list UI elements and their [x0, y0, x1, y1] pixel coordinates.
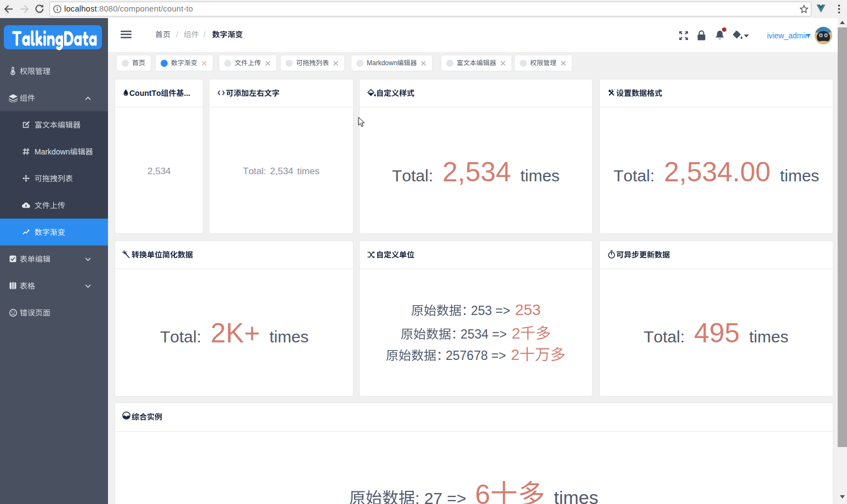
- svg-text:times: times: [554, 487, 598, 504]
- svg-text:Total:: Total:: [644, 328, 685, 346]
- svg-text:2,534: 2,534: [442, 157, 511, 187]
- svg-text:2: 2: [511, 346, 520, 363]
- svg-text:: 27 =>: : 27 =>: [415, 489, 466, 504]
- svg-text:253 =>: 253 =>: [471, 303, 510, 318]
- svg-text:times: times: [269, 328, 309, 346]
- svg-text:253: 253: [515, 301, 541, 318]
- svg-text:/: /: [203, 30, 206, 39]
- svg-text:Total:: Total:: [392, 167, 433, 185]
- svg-text:2K+: 2K+: [211, 318, 260, 348]
- svg-text:2,534.00: 2,534.00: [664, 157, 771, 187]
- svg-text:times: times: [749, 328, 789, 346]
- svg-text:Total:: Total:: [160, 328, 201, 346]
- svg-text:times: times: [520, 167, 560, 185]
- svg-text:CountTo: CountTo: [129, 89, 161, 98]
- svg-text:iview_admin: iview_admin: [767, 31, 809, 40]
- svg-text:2,534: 2,534: [147, 166, 171, 176]
- svg-text:2: 2: [511, 325, 520, 342]
- svg-text:...: ...: [184, 89, 191, 98]
- svg-text:Markdown: Markdown: [35, 147, 70, 156]
- svg-text:Total:: Total:: [243, 166, 266, 176]
- svg-text:Total:: Total:: [613, 167, 655, 185]
- svg-text:times: times: [297, 166, 320, 176]
- svg-text:/: /: [176, 30, 178, 39]
- svg-text:2534 =>: 2534 =>: [461, 327, 507, 341]
- svg-text:495: 495: [694, 318, 740, 348]
- svg-text:257678 =>: 257678 =>: [446, 348, 506, 363]
- svg-text:times: times: [780, 167, 819, 185]
- svg-text:Markdown: Markdown: [367, 59, 397, 67]
- svg-text:6: 6: [475, 479, 491, 504]
- svg-text:2,534: 2,534: [270, 166, 294, 176]
